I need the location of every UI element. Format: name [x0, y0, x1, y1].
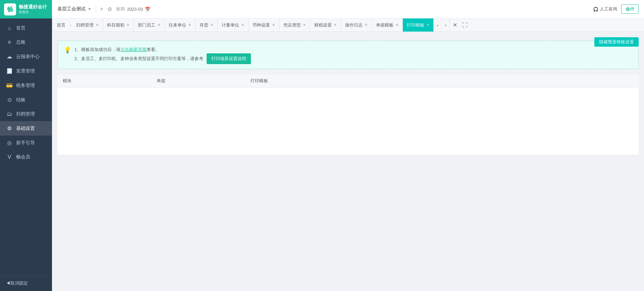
notice-line1-pre: 1、模板添加成功后，请: [74, 47, 120, 52]
company-name: 基层工会测试: [57, 6, 86, 12]
period-label: 账期: [116, 6, 125, 12]
tab-inventory-label: 存货: [200, 22, 208, 28]
sidebar-navigation: ⌂首页≡总账☁云报表中心🧾发票管理💳税务管理⊙结账🗂归档管理⚙基础设置◎新手引导…: [0, 18, 52, 275]
tab-scroll-right[interactable]: ›: [442, 18, 450, 32]
tab-oplog-close[interactable]: ✕: [365, 23, 368, 27]
kuaiji-button[interactable]: 会计: [621, 4, 639, 14]
company-dropdown-icon: ▼: [88, 7, 92, 11]
sidebar-label-home: 首页: [16, 25, 25, 31]
sidebar-item-settings[interactable]: ⚙基础设置: [0, 121, 52, 136]
tab-unit-label: 计量单位: [222, 22, 239, 28]
period-value: 2023-03: [127, 7, 143, 12]
notice-text-block: 1、模板添加成功后，请点击刷新页面查看。 2、多员工、多打印机、多种业务类型设置…: [74, 46, 251, 64]
sidebar-item-tax[interactable]: 💳税务管理: [0, 78, 52, 93]
tab-archive[interactable]: 归档管理 ✕: [72, 18, 103, 32]
notice-line1-post: 查看。: [147, 47, 160, 52]
settings-icon[interactable]: ⚙: [107, 6, 112, 12]
logo-text: 畅捷通好会计 旗舰版: [19, 4, 47, 14]
tab-close-all[interactable]: ✕: [450, 18, 460, 32]
sidebar-label-member: 畅会员: [16, 154, 30, 160]
tab-home[interactable]: 首页: [53, 18, 69, 32]
tab-printtemplate-close[interactable]: ✕: [426, 23, 429, 27]
tab-unit-close[interactable]: ✕: [241, 23, 244, 27]
tab-prev-nav: ‹: [69, 21, 71, 29]
tab-dept[interactable]: 部门员工 ✕: [134, 18, 165, 32]
topbar-divider1: [96, 6, 96, 12]
notice-line2: 2、多员工、多打印机、多种业务类型设置不同打印方案等，请参考 打印场景设置说明: [74, 53, 251, 64]
tab-dept-close[interactable]: ✕: [157, 23, 160, 27]
sidebar-item-report[interactable]: ☁云报表中心: [0, 49, 52, 64]
tab-printtemplate[interactable]: 打印模板 ✕: [403, 18, 434, 32]
service-button[interactable]: 🎧 人工咨询: [593, 6, 617, 12]
tab-partner[interactable]: 往来单位 ✕: [165, 18, 196, 32]
tab-dept-label: 部门员工: [138, 22, 155, 28]
tab-singledoc-label: 单据模板: [376, 22, 393, 28]
add-tab-button[interactable]: +: [100, 6, 104, 13]
tab-singledoc-close[interactable]: ✕: [395, 23, 398, 27]
sidebar-label-invoice: 发票管理: [16, 68, 35, 74]
tab-subject-close[interactable]: ✕: [126, 23, 129, 27]
tab-currency-close[interactable]: ✕: [272, 23, 275, 27]
th-module: 模块: [63, 78, 157, 84]
hide-template-button[interactable]: 隐藏预置模板设置: [594, 37, 639, 47]
company-selector[interactable]: 基层工会测试 ▼: [57, 6, 92, 12]
page-content: 隐藏预置模板设置 💡 1、模板添加成功后，请点击刷新页面查看。 2、多员工、多打…: [52, 32, 644, 291]
archive-icon: 🗂: [6, 111, 13, 117]
unpin-label: ◀︎取消固定: [6, 280, 28, 286]
tab-currency[interactable]: 币种设置 ✕: [249, 18, 279, 32]
sidebar-label-checkout: 结账: [16, 97, 25, 103]
sidebar-footer-unpin[interactable]: ◀︎取消固定: [0, 275, 52, 291]
main-content: 基层工会测试 ▼ + ⚙ 账期 2023-03 📅 🎧 人工咨询 会计 首页 ‹…: [52, 0, 644, 291]
sidebar-logo: 畅 畅捷通好会计 旗舰版: [0, 0, 52, 18]
tab-oplog[interactable]: 操作日志 ✕: [341, 18, 372, 32]
notice-refresh-link[interactable]: 点击刷新页面: [120, 47, 147, 52]
sidebar-item-invoice[interactable]: 🧾发票管理: [0, 64, 52, 78]
tab-archive-close[interactable]: ✕: [96, 23, 99, 27]
tab-voucher[interactable]: 凭证类型 ✕: [279, 18, 310, 32]
sidebar-label-tax: 税务管理: [16, 83, 35, 89]
table-body: [57, 88, 639, 155]
sidebar-label-archive: 归档管理: [16, 111, 35, 117]
tab-partner-label: 往来单位: [169, 22, 186, 28]
th-document: 单据: [157, 78, 251, 84]
sidebar: 畅 畅捷通好会计 旗舰版 ⌂首页≡总账☁云报表中心🧾发票管理💳税务管理⊙结账🗂归…: [0, 0, 52, 291]
notice-line1: 1、模板添加成功后，请点击刷新页面查看。: [74, 46, 251, 53]
invoice-icon: 🧾: [6, 68, 13, 74]
tab-printtemplate-label: 打印模板: [407, 22, 424, 28]
tab-subject[interactable]: 科目期初 ✕: [103, 18, 134, 32]
tab-inventory-close[interactable]: ✕: [210, 23, 213, 27]
sidebar-item-ledger[interactable]: ≡总账: [0, 35, 52, 49]
sidebar-item-checkout[interactable]: ⊙结账: [0, 93, 52, 107]
sidebar-item-guide[interactable]: ◎新手引导: [0, 136, 52, 150]
tab-voucher-label: 凭证类型: [283, 22, 301, 28]
tab-fiscal-close[interactable]: ✕: [334, 23, 337, 27]
sidebar-label-settings: 基础设置: [16, 126, 35, 132]
sidebar-label-ledger: 总账: [16, 39, 25, 45]
tab-singledoc[interactable]: 单据模板 ✕: [372, 18, 403, 32]
tab-fiscal[interactable]: 财税设置 ✕: [310, 18, 341, 32]
print-scene-button[interactable]: 打印场景设置说明: [207, 53, 251, 64]
tax-icon: 💳: [6, 82, 13, 89]
tab-fiscal-label: 财税设置: [314, 22, 332, 28]
tab-archive-label: 归档管理: [76, 22, 94, 28]
report-icon: ☁: [6, 53, 13, 60]
tab-unit[interactable]: 计量单位 ✕: [218, 18, 249, 32]
period-display: 账期 2023-03 📅: [116, 6, 150, 12]
logo-icon: 畅: [4, 3, 16, 15]
tab-oplog-label: 操作日志: [345, 22, 363, 28]
ledger-icon: ≡: [6, 39, 13, 45]
sidebar-item-member[interactable]: V畅会员: [0, 150, 52, 164]
headset-icon: 🎧: [593, 7, 598, 12]
sidebar-label-guide: 新手引导: [16, 140, 35, 146]
tab-currency-label: 币种设置: [253, 22, 270, 28]
tab-inventory[interactable]: 存货 ✕: [196, 18, 218, 32]
tab-expand[interactable]: ⛶: [460, 18, 470, 32]
checkout-icon: ⊙: [6, 97, 13, 103]
tab-scroll-left[interactable]: ‹: [434, 18, 442, 32]
sidebar-item-archive[interactable]: 🗂归档管理: [0, 107, 52, 121]
tab-voucher-close[interactable]: ✕: [303, 23, 306, 27]
table-header: 模块 单据 打印模板: [57, 75, 639, 88]
sidebar-item-home[interactable]: ⌂首页: [0, 21, 52, 35]
calendar-icon[interactable]: 📅: [145, 7, 150, 12]
tab-partner-close[interactable]: ✕: [188, 23, 191, 27]
